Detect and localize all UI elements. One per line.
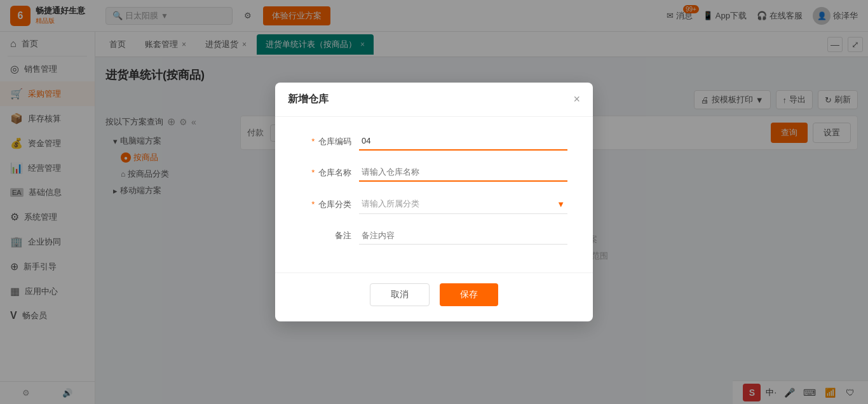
warehouse-code-input[interactable]	[359, 132, 567, 151]
warehouse-name-row: * 仓库名称	[301, 163, 567, 182]
category-dropdown-icon: ▼	[557, 199, 565, 209]
modal-title: 新增仓库	[288, 93, 329, 106]
save-button[interactable]: 保存	[440, 283, 498, 306]
add-warehouse-modal: 新增仓库 × * 仓库编码 * 仓库名称	[275, 83, 593, 321]
warehouse-category-select[interactable]: 请输入所属分类 ▼	[359, 194, 567, 214]
warehouse-remark-row: 备注	[301, 227, 567, 245]
modal-footer: 取消 保存	[275, 273, 593, 321]
warehouse-category-row: * 仓库分类 请输入所属分类 ▼	[301, 194, 567, 214]
warehouse-name-input[interactable]	[359, 163, 567, 182]
warehouse-name-label: * 仓库名称	[301, 167, 351, 178]
modal-close-button[interactable]: ×	[573, 93, 580, 106]
modal-overlay: 新增仓库 × * 仓库编码 * 仓库名称	[0, 0, 868, 404]
warehouse-remark-input[interactable]	[359, 227, 567, 245]
modal-header: 新增仓库 ×	[275, 83, 593, 117]
warehouse-code-row: * 仓库编码	[301, 132, 567, 151]
modal-body: * 仓库编码 * 仓库名称 * 仓库分类 请输入所属	[275, 117, 593, 273]
warehouse-remark-label: 备注	[301, 230, 351, 241]
cancel-button[interactable]: 取消	[370, 283, 430, 306]
category-placeholder: 请输入所属分类	[362, 198, 419, 210]
code-required-star: *	[311, 137, 315, 146]
name-required-star: *	[311, 168, 315, 177]
warehouse-category-label: * 仓库分类	[301, 199, 351, 210]
warehouse-code-label: * 仓库编码	[301, 136, 351, 147]
category-required-star: *	[311, 199, 315, 209]
